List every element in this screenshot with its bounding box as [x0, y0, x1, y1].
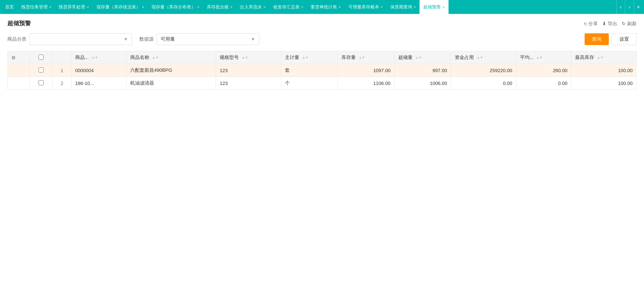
- col-product-name-header: 商品名称 ▲▼: [127, 51, 216, 64]
- row2-checkbox-cell: [29, 77, 52, 90]
- tab-inout-flow[interactable]: 出入库流水 ×: [236, 0, 269, 14]
- close-tab-batch-account[interactable]: ×: [230, 5, 233, 9]
- col-max-stock-header: 最高库存 ▲▼: [571, 51, 637, 64]
- tab-available-account[interactable]: 可用量库存账本 ×: [345, 0, 387, 14]
- row1-over-stock: 997.00: [394, 64, 451, 77]
- row1-num: 1: [52, 64, 71, 77]
- datasource-chevron-icon: ▼: [251, 37, 255, 42]
- close-tab-task-mgmt[interactable]: ×: [49, 5, 51, 9]
- share-button[interactable]: ⎋ 分享: [584, 21, 598, 27]
- page-actions: ⎋ 分享 ⬇ 导出 ↻ 刷新: [584, 21, 637, 27]
- sort-product-name-icon[interactable]: ▲▼: [152, 56, 159, 59]
- nav-arrows: ‹ › ×: [616, 0, 643, 14]
- page-title: 超储预警: [7, 20, 31, 27]
- sort-over-stock-icon[interactable]: ▲▼: [415, 56, 422, 59]
- close-tab-over-storage[interactable]: ×: [442, 5, 444, 9]
- tab-abnormal[interactable]: 拣货异常处理 ×: [55, 0, 92, 14]
- sort-avg-icon[interactable]: ▲▼: [536, 56, 543, 59]
- row2-capital: 0.00: [451, 77, 516, 90]
- row2-stock: 1106.00: [338, 77, 394, 90]
- tab-receive-send[interactable]: 收发存汇总表 ×: [270, 0, 307, 14]
- table-header-row: ⚙ 商品... ▲▼ 商品名称 ▲▼ 规格型号 ▲▼: [8, 51, 637, 64]
- col-checkbox-header: [29, 51, 52, 64]
- close-tab-available-account[interactable]: ×: [381, 5, 383, 9]
- tab-over-storage[interactable]: 超储预警 ×: [420, 0, 448, 14]
- data-table: ⚙ 商品... ▲▼ 商品名称 ▲▼ 规格型号 ▲▼: [7, 51, 637, 90]
- row1-stock: 1097.00: [338, 64, 394, 77]
- gear-icon[interactable]: ⚙: [11, 55, 16, 60]
- tab-order-stats[interactable]: 要货单统计表 ×: [307, 0, 344, 14]
- refresh-icon: ↻: [622, 21, 626, 26]
- close-tab-quality-check[interactable]: ×: [414, 5, 416, 9]
- col-product-code-header: 商品... ▲▼: [71, 51, 126, 64]
- row2-gear-cell: [8, 77, 30, 90]
- nav-arrow-right[interactable]: ›: [625, 0, 634, 14]
- nav-arrow-left[interactable]: ‹: [616, 0, 625, 14]
- datasource-filter: 数据源 可用量 ▼: [139, 33, 259, 45]
- close-tab-inventory-status[interactable]: ×: [142, 5, 144, 9]
- row2-product-code: 186-10...: [71, 77, 126, 90]
- close-tab-inout-flow[interactable]: ×: [263, 5, 266, 9]
- category-select[interactable]: ▼: [29, 33, 132, 45]
- row2-product-name: 机油滤清器: [127, 77, 216, 90]
- category-label: 商品分类: [7, 36, 26, 42]
- row1-unit: 套: [281, 64, 338, 77]
- col-over-stock-header: 超储量 ▲▼: [394, 51, 451, 64]
- col-avg-header: 平均... ▲▼: [516, 51, 571, 64]
- close-tab-inventory-dist[interactable]: ×: [197, 5, 199, 9]
- col-row-num-header: [52, 51, 71, 64]
- col-gear: ⚙: [8, 51, 30, 64]
- sort-capital-icon[interactable]: ▲▼: [477, 56, 483, 59]
- col-stock-header: 库存量 ▲▼: [338, 51, 394, 64]
- close-tab-receive-send[interactable]: ×: [301, 5, 303, 9]
- close-tab-order-stats[interactable]: ×: [339, 5, 341, 9]
- row2-max-stock: 100.00: [571, 77, 637, 90]
- row2-unit: 个: [281, 77, 338, 90]
- row1-max-stock: 100.00: [571, 64, 637, 77]
- filter-row: 商品分类 ▼ 数据源 可用量 ▼ 查询 设置: [7, 33, 637, 45]
- sort-unit-icon[interactable]: ▲▼: [302, 56, 309, 59]
- row1-spec: 123: [216, 64, 281, 77]
- tab-task-mgmt[interactable]: 拣货任务管理 ×: [18, 0, 55, 14]
- sort-product-code-icon[interactable]: ▲▼: [91, 56, 98, 59]
- tab-home[interactable]: 首页: [1, 0, 18, 14]
- query-button[interactable]: 查询: [585, 33, 609, 45]
- tab-inventory-dist[interactable]: 现存量（库存分布表） ×: [148, 0, 203, 14]
- tab-batch-account[interactable]: 库存批次账 ×: [203, 0, 236, 14]
- row2-spec: 123: [216, 77, 281, 90]
- row2-over-stock: 1006.00: [394, 77, 451, 90]
- row2-avg: 0.00: [516, 77, 571, 90]
- select-all-checkbox[interactable]: [39, 55, 44, 60]
- close-tab-abnormal[interactable]: ×: [87, 5, 89, 9]
- filter-actions: 查询 设置: [585, 33, 637, 45]
- col-spec-header: 规格型号 ▲▼: [216, 51, 281, 64]
- tab-inventory-status[interactable]: 现存量（库存状况表） ×: [93, 0, 148, 14]
- setting-button[interactable]: 设置: [612, 33, 637, 45]
- row1-capital: 259220.00: [451, 64, 516, 77]
- row2-checkbox[interactable]: [39, 80, 44, 85]
- page-header: 超储预警 ⎋ 分享 ⬇ 导出 ↻ 刷新: [7, 20, 637, 27]
- sort-spec-icon[interactable]: ▲▼: [242, 56, 248, 59]
- table-row: 1 0000004 六配套新昌490BPG 123 套 1097.00 997.…: [8, 64, 637, 77]
- row1-product-name: 六配套新昌490BPG: [127, 64, 216, 77]
- row1-avg: 260.00: [516, 64, 571, 77]
- refresh-button[interactable]: ↻ 刷新: [622, 21, 637, 27]
- tab-quality-check[interactable]: 保质期查询 ×: [387, 0, 420, 14]
- export-icon: ⬇: [602, 21, 606, 26]
- col-capital-header: 资金占用 ▲▼: [451, 51, 516, 64]
- row1-gear-cell: [8, 64, 30, 77]
- nav-arrow-close[interactable]: ×: [634, 0, 643, 14]
- table-row: 2 186-10... 机油滤清器 123 个 1106.00 1006.00 …: [8, 77, 637, 90]
- row1-checkbox[interactable]: [39, 67, 44, 73]
- top-navigation: 首页 拣货任务管理 × 拣货异常处理 × 现存量（库存状况表） × 现存量（库存…: [0, 0, 644, 14]
- sort-stock-icon[interactable]: ▲▼: [359, 56, 365, 59]
- row1-product-code: 0000004: [71, 64, 126, 77]
- col-unit-header: 主计量 ▲▼: [281, 51, 338, 64]
- sort-max-stock-icon[interactable]: ▲▼: [597, 56, 604, 59]
- row2-num: 2: [52, 77, 71, 90]
- datasource-select[interactable]: 可用量 ▼: [157, 33, 259, 45]
- page-content: 超储预警 ⎋ 分享 ⬇ 导出 ↻ 刷新 商品分类 ▼ 数据源: [0, 14, 644, 293]
- row1-checkbox-cell: [29, 64, 52, 77]
- category-filter: 商品分类 ▼: [7, 33, 132, 45]
- export-button[interactable]: ⬇ 导出: [602, 21, 617, 27]
